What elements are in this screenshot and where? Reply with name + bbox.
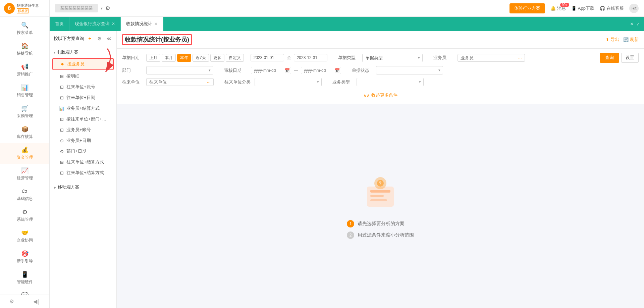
voucher-date-label: 单据日期 (122, 55, 142, 61)
step-2-text: 用过滤条件来缩小分析范围 (358, 232, 414, 238)
svg-rect-2 (370, 195, 384, 197)
scheme-settings-button[interactable]: ⚙ (96, 35, 103, 42)
scheme-dept-date[interactable]: ⊙ 部门+日期 (50, 146, 116, 157)
sidebar-item-system[interactable]: ⚙ 系统管理 (0, 205, 49, 226)
date-btn-this-month[interactable]: 本月 (162, 54, 176, 62)
sidebar-item-smart-hw[interactable]: 📱 智能硬件 (0, 267, 49, 288)
date-btn-custom[interactable]: 自定义 (226, 54, 244, 62)
counterpart-category-select-wrap (255, 78, 322, 86)
voucher-type-select[interactable]: 单据类型 (362, 54, 423, 62)
desktop-scheme-group-header[interactable]: ▾ 电脑端方案 (50, 47, 116, 57)
sidebar-item-search[interactable]: 🔍 搜索菜单 (0, 18, 49, 39)
sidebar-item-wechat[interactable]: 💬 企业微信 (0, 288, 49, 295)
sidebar-item-enterprise[interactable]: 🤝 企业协同 (0, 226, 49, 247)
salesperson-more-icon[interactable]: ··· (518, 55, 522, 60)
counterpart-category-label: 往来单位分类 (224, 79, 251, 85)
business-type-select[interactable] (357, 78, 424, 86)
add-scheme-button[interactable]: + (86, 35, 94, 42)
sidebar-item-marketing[interactable]: 📢 营销推广 (0, 60, 49, 81)
date-from-input[interactable] (251, 54, 284, 61)
panel-collapse-button[interactable]: ≪ (105, 35, 112, 42)
online-support-link[interactable]: 🎧 在线客服 (600, 5, 624, 11)
page-header: 收款情况统计(按业务员) ⬆ 导出 🔄 刷新 (117, 31, 644, 49)
collapse-filter-button[interactable]: ∧∧ 收起更多条件 (122, 90, 639, 100)
app-download-link[interactable]: 📱 App下载 (571, 5, 594, 11)
header-right: 体验行业方案 🔔 消息 99+ 📱 App下载 🎧 在线客服 Rit (509, 3, 639, 13)
filter-settings-button[interactable]: 设置 (621, 53, 639, 63)
review-date-range: 📅 — 📅 (251, 67, 341, 74)
scheme-by-salesperson[interactable]: ● 按业务员 (52, 58, 114, 70)
date-btn-7days[interactable]: 近7天 (193, 54, 209, 62)
window-maximize-icon[interactable]: ⤢ (636, 21, 640, 27)
date-range: 至 (251, 54, 327, 61)
business-type-label: 业务类型 (332, 79, 353, 85)
breadcrumb-dropdown-icon[interactable]: ▾ (101, 6, 103, 11)
footer-collapse-icon[interactable]: ◀‖ (33, 298, 40, 305)
scheme-unit-date[interactable]: ⊡ 往来单位+日期 (50, 92, 116, 103)
svg-text:?: ? (379, 181, 382, 186)
empty-illustration: ? (360, 173, 400, 213)
date-btn-more[interactable]: 更多 (210, 54, 224, 62)
tab-bank-flow-close-icon[interactable]: ✕ (112, 21, 115, 26)
query-button[interactable]: 查询 (600, 53, 619, 63)
counterpart-input[interactable] (149, 80, 206, 85)
sidebar-item-sales[interactable]: 📊 销售管理 (0, 81, 49, 101)
salesperson-label: 业务员 (433, 55, 453, 61)
tab-receipt-stats-close-icon[interactable]: ✕ (154, 21, 158, 26)
scheme-by-detail[interactable]: ⊞ 按明细 (50, 71, 116, 82)
date-btn-last-month[interactable]: 上月 (146, 54, 160, 62)
counterpart-category-select[interactable] (255, 78, 322, 86)
settings-icon[interactable]: ⚙ (105, 5, 110, 11)
tab-receipt-stats[interactable]: 收款情况统计 ✕ (121, 17, 163, 31)
system-icon: ⚙ (22, 208, 28, 216)
window-close-icon[interactable]: ✕ (630, 21, 634, 27)
sidebar-item-basic-info[interactable]: 🗂 基础信息 (0, 185, 49, 205)
scheme-salesperson-account[interactable]: ⊡ 业务员+账号 (50, 124, 116, 135)
sidebar-item-purchase[interactable]: 🛒 采购管理 (0, 101, 49, 122)
tab-bank-flow[interactable]: 现金银行流水查询 ✕ (69, 17, 121, 31)
scheme-salesperson-settle[interactable]: 📊 业务员+结算方式 (50, 103, 116, 114)
step-2-number: 2 (347, 232, 354, 239)
trial-button[interactable]: 体验行业方案 (509, 3, 545, 13)
counterpart-more-icon[interactable]: ··· (207, 80, 211, 85)
refresh-icon: 🔄 (623, 37, 629, 42)
notification-bell[interactable]: 🔔 消息 99+ (550, 5, 566, 11)
sidebar-item-inventory[interactable]: 📦 库存核算 (0, 122, 49, 143)
dept-label: 部门 (122, 67, 142, 73)
sidebar-item-finance[interactable]: 💰 资金管理 (0, 143, 49, 164)
header-left: 某某某某某某某某 ▾ ⚙ (55, 4, 110, 12)
user-avatar[interactable]: Rit (629, 4, 639, 13)
sidebar-item-guide[interactable]: 🎯 新手引导 (0, 247, 49, 267)
dept-select[interactable] (146, 66, 213, 74)
tab-home[interactable]: 首页 (50, 17, 69, 31)
sidebar-item-operations[interactable]: 📈 经营管理 (0, 164, 49, 185)
footer-settings-icon[interactable]: ⚙ (9, 298, 14, 305)
scheme-unit-settle1[interactable]: ⊞ 往来单位+结算方式 (50, 157, 116, 167)
refresh-button[interactable]: 🔄 刷新 (623, 37, 639, 43)
page-header-actions: ⬆ 导出 🔄 刷新 (605, 37, 639, 43)
scheme-unit-dept-receipt[interactable]: ⊡ 按往来单位+部门+收... (50, 114, 116, 124)
salesperson-input-wrap: ··· (458, 54, 525, 62)
unit-settle2-icon: ⊡ (59, 170, 64, 175)
voucher-status-select-wrap (376, 66, 443, 74)
counterpart-input-wrap: ··· (146, 78, 214, 86)
page-container: 按以下方案查询 + ⚙ ≪ ▾ 电脑端方案 ● 按业务员 ⊞ (50, 31, 644, 308)
sidebar-item-quick-nav[interactable]: 🏠 快捷导航 (0, 39, 49, 60)
voucher-status-select[interactable] (376, 66, 443, 74)
salesperson-input[interactable] (461, 55, 517, 60)
date-to-input[interactable] (294, 54, 327, 61)
date-btn-this-year[interactable]: 本年 (177, 54, 191, 62)
calendar-to-icon[interactable]: 📅 (334, 68, 340, 73)
mobile-icon: 📱 (571, 6, 577, 11)
export-button[interactable]: ⬆ 导出 (605, 37, 619, 43)
guide-icon: 🎯 (21, 250, 29, 257)
wechat-icon: 💬 (21, 292, 29, 295)
scheme-salesperson-date[interactable]: ⊙ 业务员+日期 (50, 135, 116, 146)
filter-area: 单据日期 上月 本月 本年 近7天 更多 自定义 至 单据类型 (117, 49, 644, 104)
scheme-unit-settle2[interactable]: ⊡ 往来单位+结算方式 (50, 167, 116, 178)
calendar-from-icon[interactable]: 📅 (284, 68, 290, 73)
enterprise-icon: 🤝 (21, 229, 29, 237)
mobile-scheme-group-header[interactable]: ▶ 移动端方案 (50, 182, 116, 192)
scheme-unit-account[interactable]: ⊡ 往来单位+账号 (50, 82, 116, 92)
purchase-icon: 🛒 (21, 105, 29, 112)
